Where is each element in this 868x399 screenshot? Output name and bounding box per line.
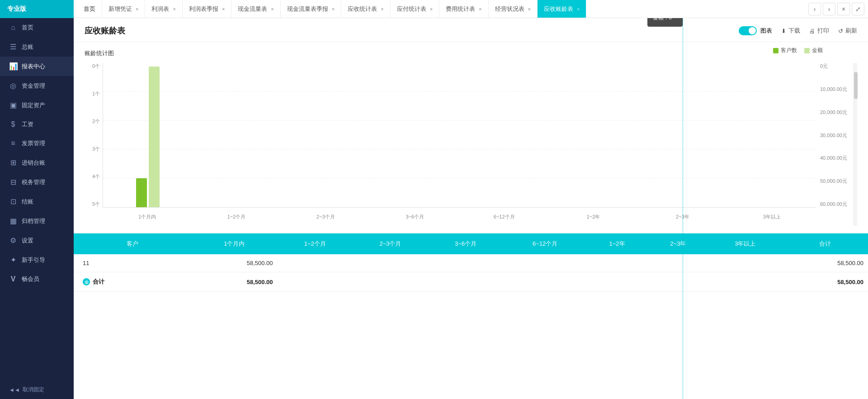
sidebar-item-settings[interactable]: ⚙ 设置 (0, 231, 74, 250)
funds-icon: ◎ (9, 81, 17, 90)
guide-icon: ✦ (9, 256, 17, 264)
y-right-label-2: 20,000.00元 (820, 109, 857, 116)
pin-toggle[interactable]: ◄◄ 取消固定 (0, 380, 74, 399)
td-month23 (353, 254, 428, 272)
chart-scroll-thumb[interactable] (854, 72, 858, 99)
toggle-track[interactable] (739, 26, 757, 35)
inventory-icon: ⊞ (9, 158, 17, 167)
x-label-month36: 3~6个月 (370, 214, 459, 220)
tab-receivable-stat-label: 应收统计表 (348, 5, 377, 13)
bar-col-month23 (282, 63, 371, 207)
y-label-4: 4个 (85, 173, 100, 180)
download-button[interactable]: ⬇ 下载 (781, 27, 800, 35)
total-label-container: ◎ 合计 (83, 278, 187, 286)
bar-customers-month1 (136, 178, 147, 207)
y-right-label-6: 60,000.00元 (820, 201, 857, 208)
sidebar-item-label: 设置 (22, 237, 33, 245)
tab-aging-close[interactable]: × (577, 6, 580, 12)
tab-payable-stat[interactable]: 应付统计表 × (391, 0, 439, 18)
tax-icon: ⊟ (9, 178, 17, 186)
th-total: 合计 (782, 233, 868, 254)
x-label-year3plus: 3年以上 (727, 214, 816, 220)
sidebar-item-label: 结账 (22, 198, 33, 206)
archive-icon: ▦ (9, 217, 17, 225)
y-right-label-1: 10,000.00元 (820, 86, 857, 93)
tab-payable-stat-label: 应付统计表 (397, 5, 426, 13)
sidebar-item-tax[interactable]: ⊟ 税务管理 (0, 172, 74, 192)
tab-cashflow-quarterly[interactable]: 现金流量表季报 × (281, 0, 341, 18)
td-customer: 11 (74, 254, 191, 272)
sidebar-item-archive[interactable]: ▦ 归档管理 (0, 211, 74, 231)
tab-close-all[interactable]: × (837, 3, 850, 15)
bar-col-month36 (371, 63, 460, 207)
bar-col-month612 (460, 63, 549, 207)
sidebar-item-reports[interactable]: 📊 报表中心 (0, 57, 74, 76)
tab-aging[interactable]: 应收账龄表 × (538, 0, 586, 18)
bar-col-month1 (103, 63, 192, 207)
tab-profit-quarterly-close[interactable]: × (222, 6, 225, 12)
tab-cashflow-quarterly-close[interactable]: × (332, 6, 335, 12)
chart-legend: 客户数 金额 (773, 47, 823, 54)
refresh-button[interactable]: ↺ 刷新 (838, 27, 857, 35)
sidebar-item-salary[interactable]: $ 工资 (0, 115, 74, 134)
print-button[interactable]: 🖨 打印 (809, 27, 829, 35)
y-label-1: 1个 (85, 90, 100, 97)
tab-operation-close[interactable]: × (528, 6, 531, 12)
td-total-year3plus (708, 272, 782, 292)
legend-customers: 客户数 (773, 47, 797, 54)
chart-bars-group: 2~3年 客户数：0 金额：0 (103, 63, 816, 207)
tab-receivable-stat[interactable]: 应收统计表 × (341, 0, 390, 18)
tab-aging-label: 应收账龄表 (544, 5, 573, 13)
tab-cashflow[interactable]: 现金流量表 × (231, 0, 280, 18)
tab-receivable-stat-close[interactable]: × (381, 6, 383, 12)
closing-icon: ⊡ (9, 197, 17, 206)
chart-toggle[interactable]: 图表 (739, 26, 772, 35)
tab-cashflow-quarterly-label: 现金流量表季报 (287, 5, 328, 13)
chart-main: 2~3年 客户数：0 金额：0 (103, 63, 816, 226)
sidebar-item-label: 资金管理 (22, 82, 45, 90)
x-label-month1: 1个月内 (103, 214, 192, 220)
sidebar-item-label: 新手引导 (22, 256, 45, 264)
chart-right-axis: 60,000.00元 50,000.00元 40,000.00元 30,000.… (816, 63, 857, 226)
td-month36 (428, 254, 504, 272)
tab-maximize[interactable]: ⤢ (852, 3, 864, 15)
sidebar-item-assets[interactable]: ▣ 固定资产 (0, 95, 74, 115)
reports-icon: 📊 (9, 62, 17, 71)
tab-voucher-close[interactable]: × (136, 6, 138, 12)
tab-profit[interactable]: 利润表 × (145, 0, 182, 18)
assets-icon: ▣ (9, 101, 17, 109)
tab-expense-stat[interactable]: 费用统计表 × (439, 0, 488, 18)
sidebar-item-inventory[interactable]: ⊞ 进销台账 (0, 153, 74, 172)
tab-payable-stat-close[interactable]: × (430, 6, 433, 12)
tab-profit-quarterly[interactable]: 利润表季报 × (183, 0, 231, 18)
td-month1: 58,500.00 (191, 254, 278, 272)
sidebar-item-funds[interactable]: ◎ 资金管理 (0, 76, 74, 95)
th-month12: 1~2个月 (278, 233, 353, 254)
tab-scroll-left[interactable]: ‹ (808, 3, 821, 15)
sidebar-item-home[interactable]: ⌂ 首页 (0, 18, 74, 37)
sidebar-item-membership[interactable]: V 畅会员 (0, 270, 74, 289)
tab-cashflow-close[interactable]: × (271, 6, 274, 12)
table-total-row: ◎ 合计 58,500.00 58,500.00 (74, 272, 868, 292)
pin-label: 取消固定 (23, 386, 44, 394)
tab-operation[interactable]: 经营状况表 × (489, 0, 538, 18)
membership-icon: V (9, 275, 17, 283)
chart-scrollbar[interactable] (854, 63, 857, 226)
chart-x-labels: 1个月内 1~2个月 2~3个月 3~6个月 6~12个月 1~2年 2~3年 … (103, 208, 816, 226)
sidebar-item-ledger[interactable]: ☰ 总账 (0, 37, 74, 57)
tab-scroll-right[interactable]: › (823, 3, 835, 15)
sidebar-item-closing[interactable]: ⊡ 结账 (0, 192, 74, 211)
sidebar-item-guide[interactable]: ✦ 新手引导 (0, 250, 74, 270)
print-label: 打印 (817, 27, 829, 35)
tab-home[interactable]: 首页 (77, 0, 102, 18)
chart-plot: 2~3年 客户数：0 金额：0 (103, 63, 816, 208)
chart-title: 账龄统计图 (85, 49, 857, 57)
sidebar-item-invoice[interactable]: ≡ 发票管理 (0, 134, 74, 153)
tab-expense-stat-close[interactable]: × (479, 6, 481, 12)
tab-profit-close[interactable]: × (173, 6, 175, 12)
chart-crosshair (683, 18, 683, 399)
tab-voucher[interactable]: 新增凭证 × (102, 0, 145, 18)
sidebar-item-label: 畅会员 (22, 275, 39, 283)
th-month23: 2~3个月 (353, 233, 428, 254)
data-table-container: 客户 1个月内 1~2个月 2~3个月 3~6个月 6~12个月 1~2年 2~… (74, 233, 868, 292)
